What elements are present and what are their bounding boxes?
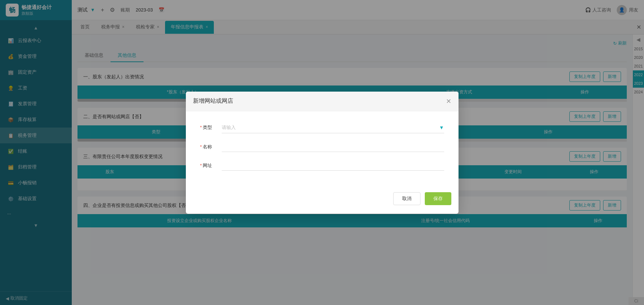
dialog-header: 新增网站或网店 ✕: [186, 92, 459, 111]
form-row-url: 网址: [200, 161, 444, 171]
type-placeholder: 请输入: [222, 124, 439, 131]
dialog-overlay[interactable]: 新增网站或网店 ✕ 类型 请输入 ▼ 名称 网址: [0, 0, 644, 305]
dialog-close-button[interactable]: ✕: [446, 97, 451, 105]
type-label: 类型: [200, 124, 222, 131]
type-select[interactable]: 请输入 ▼: [222, 122, 444, 133]
dropdown-icon: ▼: [439, 125, 444, 130]
save-button[interactable]: 保存: [425, 192, 451, 205]
url-label: 网址: [200, 162, 222, 169]
dialog-footer: 取消 保存: [186, 186, 459, 214]
cancel-button[interactable]: 取消: [393, 192, 420, 205]
dialog-body: 类型 请输入 ▼ 名称 网址: [186, 111, 459, 186]
form-row-name: 名称: [200, 142, 444, 152]
url-input[interactable]: [222, 161, 444, 171]
add-website-dialog: 新增网站或网店 ✕ 类型 请输入 ▼ 名称 网址: [186, 92, 459, 214]
form-row-type: 类型 请输入 ▼: [200, 122, 444, 133]
name-input[interactable]: [222, 142, 444, 152]
dialog-title: 新增网站或网店: [193, 97, 233, 105]
name-label: 名称: [200, 144, 222, 150]
